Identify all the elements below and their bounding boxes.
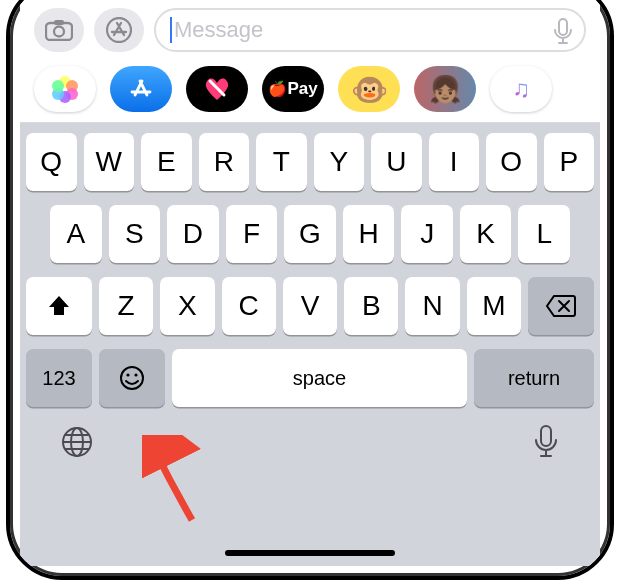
svg-point-5 bbox=[121, 367, 143, 389]
dictation-button[interactable] bbox=[552, 17, 574, 53]
svg-point-6 bbox=[126, 373, 129, 376]
key-r[interactable]: R bbox=[199, 133, 250, 191]
key-q[interactable]: Q bbox=[26, 133, 77, 191]
key-l[interactable]: L bbox=[518, 205, 570, 263]
key-e[interactable]: E bbox=[141, 133, 192, 191]
shift-icon bbox=[46, 293, 72, 319]
key-backspace[interactable] bbox=[528, 277, 594, 335]
phone-frame: Message bbox=[6, 0, 614, 580]
key-h[interactable]: H bbox=[343, 205, 395, 263]
keyboard-bottom-bar bbox=[26, 417, 594, 479]
key-k[interactable]: K bbox=[460, 205, 512, 263]
appstore-a-icon bbox=[128, 76, 154, 102]
key-row-4: 123 space return bbox=[26, 349, 594, 407]
message-placeholder: Message bbox=[174, 17, 263, 43]
message-input[interactable]: Message bbox=[154, 8, 586, 52]
svg-rect-4 bbox=[559, 19, 567, 35]
svg-point-1 bbox=[54, 27, 64, 37]
heart-icon bbox=[201, 75, 233, 103]
key-g[interactable]: G bbox=[284, 205, 336, 263]
appstore-icon bbox=[106, 17, 132, 43]
app-store[interactable] bbox=[110, 66, 172, 112]
key-u[interactable]: U bbox=[371, 133, 422, 191]
key-c[interactable]: C bbox=[222, 277, 276, 335]
phone-screen: Message bbox=[20, 0, 600, 566]
key-w[interactable]: W bbox=[84, 133, 135, 191]
key-row-1: Q W E R T Y U I O P bbox=[26, 133, 594, 191]
key-emoji[interactable] bbox=[99, 349, 165, 407]
app-strip: 🍎 Pay 🐵 👧🏽 ♫ bbox=[20, 60, 600, 123]
globe-button[interactable] bbox=[60, 425, 94, 463]
home-indicator[interactable] bbox=[225, 550, 395, 556]
key-t[interactable]: T bbox=[256, 133, 307, 191]
key-a[interactable]: A bbox=[50, 205, 102, 263]
apple-pay-label: Pay bbox=[287, 79, 317, 99]
app-apple-pay[interactable]: 🍎 Pay bbox=[262, 66, 324, 112]
app-drawer-button[interactable] bbox=[94, 8, 144, 52]
svg-point-7 bbox=[134, 373, 137, 376]
globe-icon bbox=[60, 425, 94, 459]
key-b[interactable]: B bbox=[344, 277, 398, 335]
key-row-3: Z X C V B N M bbox=[26, 277, 594, 335]
key-o[interactable]: O bbox=[486, 133, 537, 191]
photos-icon bbox=[52, 76, 78, 102]
app-photos[interactable] bbox=[34, 66, 96, 112]
key-p[interactable]: P bbox=[544, 133, 595, 191]
key-v[interactable]: V bbox=[283, 277, 337, 335]
apple-logo-icon: 🍎 bbox=[268, 80, 287, 98]
key-d[interactable]: D bbox=[167, 205, 219, 263]
key-numbers[interactable]: 123 bbox=[26, 349, 92, 407]
camera-button[interactable] bbox=[34, 8, 84, 52]
key-return[interactable]: return bbox=[474, 349, 594, 407]
compose-bar: Message bbox=[20, 0, 600, 60]
key-shift[interactable] bbox=[26, 277, 92, 335]
monkey-icon: 🐵 bbox=[351, 72, 388, 107]
key-n[interactable]: N bbox=[405, 277, 459, 335]
key-z[interactable]: Z bbox=[99, 277, 153, 335]
key-space[interactable]: space bbox=[172, 349, 467, 407]
app-memoji[interactable]: 🐵 bbox=[338, 66, 400, 112]
text-caret bbox=[170, 17, 172, 43]
key-x[interactable]: X bbox=[160, 277, 214, 335]
key-m[interactable]: M bbox=[467, 277, 521, 335]
key-f[interactable]: F bbox=[226, 205, 278, 263]
key-s[interactable]: S bbox=[109, 205, 161, 263]
camera-icon bbox=[45, 19, 73, 41]
microphone-icon bbox=[532, 423, 560, 461]
key-i[interactable]: I bbox=[429, 133, 480, 191]
svg-rect-10 bbox=[541, 426, 551, 446]
music-note-icon: ♫ bbox=[512, 75, 530, 103]
key-j[interactable]: J bbox=[401, 205, 453, 263]
people-icon: 👧🏽 bbox=[429, 74, 461, 105]
emoji-icon bbox=[118, 364, 146, 392]
app-digital-touch[interactable] bbox=[186, 66, 248, 112]
key-y[interactable]: Y bbox=[314, 133, 365, 191]
keyboard: Q W E R T Y U I O P A S D F G H J K L bbox=[20, 123, 600, 566]
app-music[interactable]: ♫ bbox=[490, 66, 552, 112]
backspace-icon bbox=[545, 294, 577, 318]
dictate-button[interactable] bbox=[532, 423, 560, 465]
key-row-2: A S D F G H J K L bbox=[26, 205, 594, 263]
svg-point-3 bbox=[107, 18, 131, 42]
svg-rect-2 bbox=[54, 20, 64, 25]
microphone-icon bbox=[552, 17, 574, 47]
app-people[interactable]: 👧🏽 bbox=[414, 66, 476, 112]
